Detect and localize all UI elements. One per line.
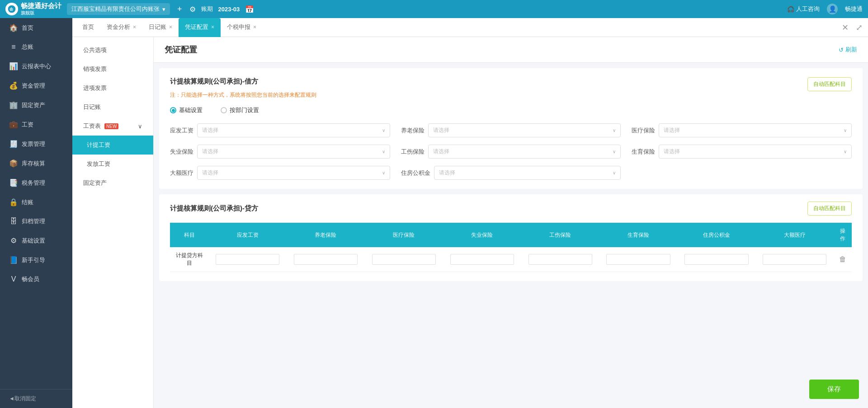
home-icon: 🏠: [9, 23, 18, 32]
sidebar-item-settings[interactable]: ⚙ 基础设置: [0, 231, 72, 250]
sidebar-item-closing[interactable]: 🔒 结账: [0, 192, 72, 212]
tab-tax-close[interactable]: ×: [253, 24, 256, 30]
sidebar-item-invoice[interactable]: 🧾 发票管理: [0, 134, 72, 154]
radio-group: 基础设置 按部门设置: [170, 106, 852, 114]
col-big-medical: 大额医疗: [755, 223, 834, 247]
sidebar-item-ledger[interactable]: ≡ 总账: [0, 38, 72, 56]
table-row: 计提贷方科目 🗑: [170, 247, 852, 272]
radio-basic[interactable]: 基础设置: [170, 106, 203, 114]
form-select-pension[interactable]: 请选择 ∨: [428, 123, 621, 137]
calendar-icon[interactable]: 📅: [245, 5, 254, 14]
settings-button[interactable]: ⚙: [189, 5, 196, 14]
cell-delete: 🗑: [834, 247, 852, 272]
tab-voucher-close[interactable]: ×: [211, 24, 214, 30]
tab-voucher-label: 凭证配置: [185, 23, 208, 31]
input-big-medical[interactable]: [763, 254, 826, 265]
archive-icon: 🗄: [9, 217, 18, 225]
cell-housing: [678, 247, 756, 272]
sidebar-item-home[interactable]: 🏠 首页: [0, 18, 72, 38]
form-select-unemployment[interactable]: 请选择 ∨: [197, 145, 390, 159]
refresh-button[interactable]: ↺ 刷新: [839, 46, 857, 54]
input-pension[interactable]: [294, 254, 358, 265]
sidebar-item-reports[interactable]: 📊 云报表中心: [0, 56, 72, 76]
tab-voucher[interactable]: 凭证配置 ×: [179, 18, 221, 37]
edition-tag: 旗舰版: [21, 10, 61, 16]
close-tab-button[interactable]: ✕: [840, 21, 850, 34]
tax-icon: 📑: [9, 178, 18, 187]
radio-department[interactable]: 按部门设置: [221, 106, 259, 114]
left-nav-pay[interactable]: 发放工资: [72, 155, 153, 174]
form-item-unemployment: 失业保险 请选择 ∨: [170, 145, 390, 159]
sidebar-label-assets: 固定资产: [22, 101, 45, 109]
chevron-down-icon: ∨: [844, 149, 847, 154]
tab-journal[interactable]: 日记账 ×: [142, 18, 179, 37]
credit-auto-match-button[interactable]: 自动匹配科目: [807, 202, 852, 216]
sidebar-item-guide[interactable]: 📘 新手引导: [0, 250, 72, 270]
service-button[interactable]: 🎧 人工咨询: [787, 5, 820, 13]
main-layout: 🏠 首页 ≡ 总账 📊 云报表中心 💰 资金管理 🏢 固定资产 💼 工资 🧾 发…: [0, 18, 868, 408]
sidebar: 🏠 首页 ≡ 总账 📊 云报表中心 💰 资金管理 🏢 固定资产 💼 工资 🧾 发…: [0, 18, 72, 408]
left-nav-public[interactable]: 公共选项: [72, 41, 153, 60]
sidebar-item-salary[interactable]: 💼 工资: [0, 115, 72, 134]
left-nav-journal-label: 日记账: [83, 103, 101, 111]
save-btn-container: 保存: [809, 380, 859, 399]
left-nav-fixed-assets[interactable]: 固定资产: [72, 174, 153, 192]
input-injury[interactable]: [528, 254, 592, 265]
company-selector[interactable]: 江西服宝精品有限责任公司内账张 ▾: [67, 3, 170, 15]
left-nav-journal[interactable]: 日记账: [72, 98, 153, 117]
sidebar-item-assets[interactable]: 🏢 固定资产: [0, 95, 72, 115]
form-item-empty: [632, 166, 852, 180]
form-select-big-medical[interactable]: 请选择 ∨: [197, 166, 390, 180]
cell-wage: [208, 247, 287, 272]
new-badge: NEW: [104, 123, 118, 129]
delete-button[interactable]: 🗑: [839, 255, 846, 263]
debit-section-title: 计提核算规则(公司承担)-借方: [170, 77, 807, 86]
input-unemployment[interactable]: [450, 254, 514, 265]
cell-injury: [521, 247, 599, 272]
radio-basic-label: 基础设置: [179, 106, 203, 114]
input-maternity[interactable]: [606, 254, 670, 265]
save-button[interactable]: 保存: [809, 380, 859, 399]
form-select-injury[interactable]: 请选择 ∨: [428, 145, 621, 159]
col-wage: 应发工资: [208, 223, 287, 247]
form-select-maternity[interactable]: 请选择 ∨: [659, 145, 852, 159]
sidebar-item-member[interactable]: V 畅会员: [0, 270, 72, 289]
fund-icon: 💰: [9, 81, 18, 90]
debit-auto-match-button[interactable]: 自动匹配科目: [807, 77, 852, 91]
form-item-pension: 养老保险 请选择 ∨: [401, 123, 621, 137]
left-nav-wage-table[interactable]: 工资表 NEW ∨: [72, 117, 153, 136]
form-select-medical[interactable]: 请选择 ∨: [659, 123, 852, 137]
cancel-pin-button[interactable]: ◄取消固定: [0, 389, 72, 408]
input-medical[interactable]: [372, 254, 436, 265]
tab-tax[interactable]: 个税申报 ×: [221, 18, 263, 37]
form-select-housing[interactable]: 请选择 ∨: [434, 166, 621, 180]
tab-fund[interactable]: 资金分析 ×: [100, 18, 142, 37]
expand-tab-button[interactable]: ⤢: [854, 21, 864, 34]
tab-fund-close[interactable]: ×: [133, 24, 136, 30]
chevron-down-icon: ▾: [162, 6, 165, 13]
settings-icon: ⚙: [9, 236, 18, 245]
invoice-icon: 🧾: [9, 140, 18, 148]
left-nav-accrual-label: 计提工资: [87, 141, 110, 149]
left-nav-sales[interactable]: 销项发票: [72, 60, 153, 79]
debit-section: 计提核算规则(公司承担)-借方 注：只能选择一种方式，系统将按照您当前的选择来配…: [159, 68, 863, 189]
sidebar-label-fund: 资金管理: [22, 82, 45, 90]
chevron-down-icon: ∨: [613, 149, 616, 154]
sidebar-item-tax[interactable]: 📑 税务管理: [0, 173, 72, 192]
service-label: 人工咨询: [796, 5, 820, 13]
form-label-housing: 住房公积金: [401, 169, 430, 177]
sidebar-item-fund[interactable]: 💰 资金管理: [0, 76, 72, 95]
sidebar-item-inventory[interactable]: 📦 库存核算: [0, 154, 72, 173]
left-nav-accrual[interactable]: 计提工资: [72, 136, 153, 155]
input-wage[interactable]: [216, 254, 279, 265]
tab-journal-close[interactable]: ×: [169, 24, 172, 30]
tab-home[interactable]: 首页: [76, 18, 100, 37]
user-avatar: 👤: [827, 4, 838, 14]
left-nav-purchase[interactable]: 进项发票: [72, 79, 153, 98]
sidebar-label-salary: 工资: [22, 121, 33, 129]
form-select-wage[interactable]: 请选择 ∨: [197, 123, 390, 137]
sidebar-item-archive[interactable]: 🗄 归档管理: [0, 212, 72, 231]
input-housing[interactable]: [684, 254, 748, 265]
add-button[interactable]: +: [175, 5, 184, 14]
content-area: 首页 资金分析 × 日记账 × 凭证配置 × 个税申报 × ✕ ⤢: [72, 18, 868, 408]
